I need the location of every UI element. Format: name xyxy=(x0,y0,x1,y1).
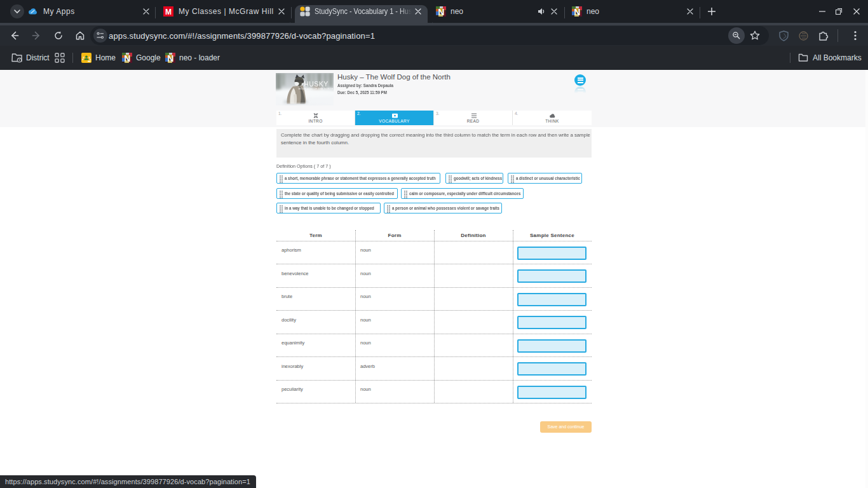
svg-text:HUSKY: HUSKY xyxy=(304,80,329,88)
svg-text:M: M xyxy=(165,8,172,17)
svg-text:N: N xyxy=(438,7,444,17)
svg-text:WOLF DOG OF THE NORTH: WOLF DOG OF THE NORTH xyxy=(299,87,334,90)
svg-text:N: N xyxy=(574,7,580,17)
svg-text:N: N xyxy=(124,53,130,63)
svg-text:N: N xyxy=(167,53,173,63)
